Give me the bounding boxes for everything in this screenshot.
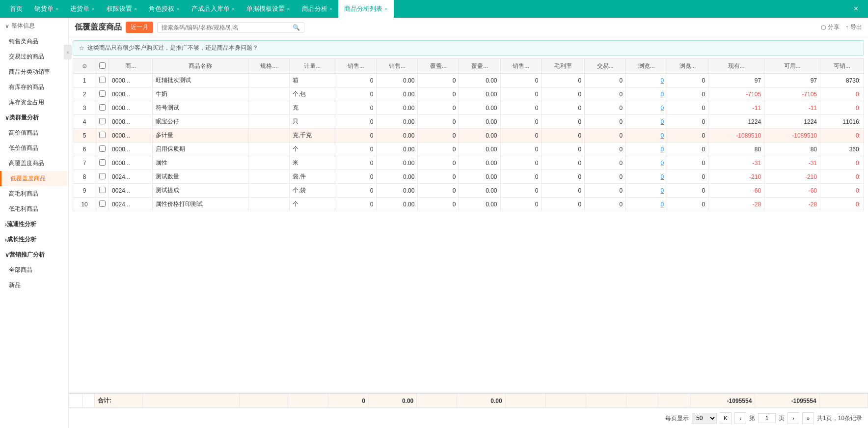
row-gross: 0 bbox=[542, 101, 585, 115]
prev-page-button[interactable]: ‹ bbox=[734, 412, 746, 424]
row-checkbox-cell[interactable] bbox=[96, 115, 109, 129]
row-checkbox-cell[interactable] bbox=[96, 184, 109, 198]
row-checkbox-cell[interactable] bbox=[96, 87, 109, 101]
nav-item-purchase[interactable]: 进货单 × bbox=[64, 0, 100, 18]
row-view1[interactable]: 0 bbox=[626, 170, 667, 184]
row-no: 5 bbox=[73, 129, 96, 143]
close-icon[interactable]: × bbox=[232, 6, 235, 12]
close-icon[interactable]: × bbox=[91, 6, 94, 12]
row-saleable: 0: bbox=[820, 129, 864, 143]
row-checkbox-cell[interactable] bbox=[96, 198, 109, 211]
row-checkbox[interactable] bbox=[99, 159, 106, 166]
nav-item-sales[interactable]: 销货单 × bbox=[28, 0, 64, 18]
row-view1[interactable]: 0 bbox=[626, 198, 667, 211]
share-button[interactable]: ⬡ 分享 bbox=[821, 23, 840, 31]
sidebar-section-liquidity[interactable]: › 流通性分析 bbox=[0, 217, 68, 232]
sidebar-item-inventory-fund[interactable]: 库存资金占用 bbox=[0, 95, 68, 110]
row-view1[interactable]: 0 bbox=[626, 143, 667, 156]
row-checkbox-cell[interactable] bbox=[96, 143, 109, 156]
row-view1[interactable]: 0 bbox=[626, 87, 667, 101]
row-trade: 0 bbox=[585, 115, 626, 129]
close-icon[interactable]: × bbox=[329, 6, 332, 12]
sidebar-section-cluster[interactable]: ∨ 类群量分析 bbox=[0, 110, 68, 125]
select-all-checkbox[interactable] bbox=[99, 62, 106, 69]
row-code: 0024... bbox=[109, 198, 153, 211]
period-button[interactable]: 近一月 bbox=[126, 22, 153, 33]
sidebar-section-growth[interactable]: › 成长性分析 bbox=[0, 232, 68, 247]
sidebar-item-category-rate[interactable]: 商品分类动销率 bbox=[0, 64, 68, 80]
row-checkbox[interactable] bbox=[99, 132, 106, 138]
row-checkbox[interactable] bbox=[99, 90, 106, 97]
nav-item-product-analysis[interactable]: 商品分析 × bbox=[296, 0, 338, 18]
close-icon[interactable]: × bbox=[134, 6, 137, 12]
totals-unit bbox=[288, 394, 328, 408]
per-page-select[interactable]: 50 10 20 100 bbox=[692, 413, 717, 424]
nav-item-product-analysis-list[interactable]: 商品分析列表 × bbox=[338, 0, 393, 18]
sidebar-section-marketing[interactable]: ∨ 营销推广分析 bbox=[0, 247, 68, 262]
sidebar-item-high-gross[interactable]: 高毛利商品 bbox=[0, 186, 68, 201]
row-view1[interactable]: 0 bbox=[626, 156, 667, 170]
sidebar-item-all-goods[interactable]: 全部商品 bbox=[0, 262, 68, 278]
first-page-button[interactable]: K bbox=[720, 412, 732, 424]
col-checkbox[interactable] bbox=[96, 59, 109, 74]
row-checkbox-cell[interactable] bbox=[96, 170, 109, 184]
nav-item-role-auth[interactable]: 角色授权 × bbox=[143, 0, 185, 18]
row-view1[interactable]: 0 bbox=[626, 184, 667, 198]
sidebar-item-high-value[interactable]: 高价值商品 bbox=[0, 125, 68, 141]
row-checkbox-cell[interactable] bbox=[96, 129, 109, 143]
sidebar-item-low-coverage[interactable]: 低覆盖度商品 bbox=[0, 171, 68, 186]
col-settings[interactable]: ⚙ bbox=[73, 59, 96, 74]
row-spec bbox=[248, 156, 289, 170]
row-sales3: 0 bbox=[500, 101, 542, 115]
row-cover1: 0 bbox=[418, 129, 459, 143]
row-no: 8 bbox=[73, 170, 96, 184]
nav-item-permissions[interactable]: 权限设置 × bbox=[101, 0, 143, 18]
nav-item-template[interactable]: 单据模板设置 × bbox=[241, 0, 296, 18]
table-container[interactable]: ⚙ 商... 商品名称 规格... 计量... 销售... 销售... 覆盖..… bbox=[73, 58, 864, 393]
sidebar-item-low-gross[interactable]: 低毛利商品 bbox=[0, 201, 68, 217]
last-page-button[interactable]: » bbox=[802, 412, 814, 424]
sidebar-item-low-value[interactable]: 低价值商品 bbox=[0, 141, 68, 156]
totals-sales1: 0 bbox=[328, 394, 368, 408]
row-checkbox-cell[interactable] bbox=[96, 74, 109, 87]
sidebar-collapse-button[interactable]: « bbox=[64, 45, 72, 59]
row-checkbox[interactable] bbox=[99, 104, 106, 111]
row-checkbox[interactable] bbox=[99, 173, 106, 179]
row-checkbox[interactable] bbox=[99, 145, 106, 152]
search-box[interactable]: 🔍 bbox=[157, 22, 304, 33]
row-view1[interactable]: 0 bbox=[626, 129, 667, 143]
sidebar-item-new-goods[interactable]: 新品 bbox=[0, 278, 68, 293]
row-usable: 80 bbox=[764, 143, 820, 156]
nav-item-finished-goods[interactable]: 产成品入库单 × bbox=[186, 0, 241, 18]
sidebar-item-high-coverage[interactable]: 高覆盖度商品 bbox=[0, 156, 68, 171]
search-input[interactable] bbox=[162, 24, 293, 31]
row-sales3: 0 bbox=[500, 115, 542, 129]
totals-current: -1095554 bbox=[691, 394, 755, 408]
row-checkbox[interactable] bbox=[99, 118, 106, 124]
window-close-button[interactable]: × bbox=[848, 4, 864, 13]
row-view1[interactable]: 0 bbox=[626, 115, 667, 129]
row-checkbox-cell[interactable] bbox=[96, 101, 109, 115]
row-checkbox[interactable] bbox=[99, 200, 106, 207]
close-icon[interactable]: × bbox=[384, 6, 387, 12]
nav-item-home[interactable]: 首页 bbox=[4, 0, 28, 18]
sidebar-section-overall[interactable]: ∨ 整体信息 bbox=[0, 18, 68, 34]
search-icon: 🔍 bbox=[293, 24, 300, 31]
row-checkbox-cell[interactable] bbox=[96, 156, 109, 170]
row-checkbox[interactable] bbox=[99, 187, 106, 193]
close-icon[interactable]: × bbox=[55, 6, 58, 12]
row-view1[interactable]: 0 bbox=[626, 101, 667, 115]
row-view1[interactable]: 0 bbox=[626, 74, 667, 87]
sidebar-item-stocked-goods[interactable]: 有库存的商品 bbox=[0, 80, 68, 95]
export-button[interactable]: ↑ 导出 bbox=[845, 23, 862, 31]
next-page-button[interactable]: › bbox=[787, 412, 799, 424]
close-icon[interactable]: × bbox=[287, 6, 290, 12]
row-cover2: 0.00 bbox=[459, 115, 500, 129]
col-cover2: 覆盖... bbox=[459, 59, 500, 74]
totals-spacer1 bbox=[69, 394, 83, 408]
sidebar-item-sales-goods[interactable]: 销售类商品 bbox=[0, 34, 68, 49]
sidebar-item-traded-goods[interactable]: 交易过的商品 bbox=[0, 49, 68, 64]
close-icon[interactable]: × bbox=[176, 6, 179, 12]
page-input[interactable] bbox=[758, 413, 776, 423]
row-checkbox[interactable] bbox=[99, 77, 106, 83]
